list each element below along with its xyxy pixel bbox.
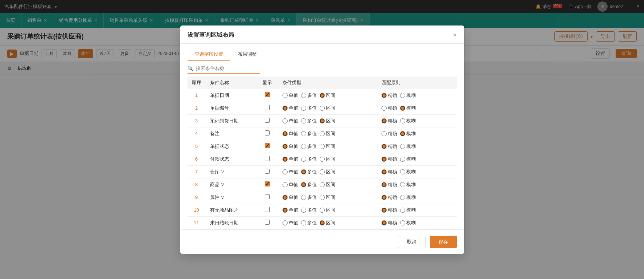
match-fuzzy-radio-5[interactable] (400, 157, 405, 162)
match-fuzzy-label-7[interactable]: 模糊 (400, 181, 416, 188)
tab-query-fields[interactable]: 查询字段设置 (187, 48, 230, 61)
row-display-10[interactable] (256, 216, 278, 229)
type-multi-label-9[interactable]: 多值 (301, 207, 317, 213)
match-exact-label-4[interactable]: 精确 (382, 143, 397, 150)
row-display-2[interactable] (256, 114, 278, 127)
display-checkbox-0[interactable] (265, 92, 270, 97)
type-multi-radio-4[interactable] (301, 144, 306, 149)
match-fuzzy-label-4[interactable]: 模糊 (400, 143, 416, 150)
match-fuzzy-radio-10[interactable] (400, 220, 405, 225)
type-multi-label-4[interactable]: 多值 (301, 143, 317, 150)
type-multi-label-5[interactable]: 多值 (301, 156, 317, 162)
type-single-label-10[interactable]: 单值 (283, 220, 298, 226)
row-display-9[interactable] (256, 204, 278, 216)
type-range-label-2[interactable]: 区间 (320, 118, 335, 124)
row-display-3[interactable] (256, 127, 278, 140)
display-checkbox-4[interactable] (265, 143, 270, 148)
type-range-radio-5[interactable] (320, 157, 325, 162)
type-single-radio-5[interactable] (283, 157, 288, 162)
type-multi-radio-5[interactable] (301, 157, 306, 162)
match-exact-radio-1[interactable] (382, 106, 387, 111)
match-fuzzy-label-5[interactable]: 模糊 (400, 156, 416, 162)
match-fuzzy-label-10[interactable]: 模糊 (400, 220, 416, 226)
type-single-label-8[interactable]: 单值 (283, 194, 298, 201)
match-fuzzy-label-1[interactable]: 模糊 (400, 105, 416, 111)
type-multi-radio-7[interactable] (301, 182, 306, 187)
match-fuzzy-radio-0[interactable] (400, 93, 405, 98)
type-multi-radio-2[interactable] (301, 118, 306, 123)
type-single-radio-1[interactable] (283, 106, 288, 111)
type-single-radio-9[interactable] (283, 208, 288, 213)
match-fuzzy-radio-7[interactable] (400, 182, 405, 187)
match-exact-radio-8[interactable] (382, 195, 387, 200)
match-fuzzy-radio-9[interactable] (400, 208, 405, 213)
match-exact-radio-7[interactable] (382, 182, 387, 187)
display-checkbox-7[interactable] (265, 181, 270, 186)
type-single-label-2[interactable]: 单值 (283, 118, 298, 124)
type-range-radio-4[interactable] (320, 144, 325, 149)
match-exact-label-10[interactable]: 精确 (382, 220, 397, 226)
type-range-label-9[interactable]: 区间 (320, 207, 335, 213)
type-range-radio-1[interactable] (320, 106, 325, 111)
type-range-label-10[interactable]: 区间 (320, 220, 335, 226)
type-single-radio-3[interactable] (283, 131, 288, 136)
type-single-label-5[interactable]: 单值 (283, 156, 298, 162)
type-range-radio-9[interactable] (320, 208, 325, 213)
type-range-label-3[interactable]: 区间 (320, 130, 335, 137)
display-checkbox-10[interactable] (265, 220, 270, 225)
match-exact-radio-0[interactable] (382, 93, 387, 98)
type-range-label-0[interactable]: 区间 (320, 92, 335, 99)
type-multi-label-0[interactable]: 多值 (301, 92, 317, 99)
row-display-1[interactable] (256, 102, 278, 114)
match-fuzzy-label-8[interactable]: 模糊 (400, 194, 416, 201)
type-multi-label-2[interactable]: 多值 (301, 118, 317, 124)
type-single-label-9[interactable]: 单值 (283, 207, 298, 213)
match-exact-radio-5[interactable] (382, 157, 387, 162)
match-fuzzy-radio-3[interactable] (400, 131, 405, 136)
match-exact-radio-4[interactable] (382, 144, 387, 149)
type-multi-radio-1[interactable] (301, 106, 306, 111)
type-range-radio-8[interactable] (320, 195, 325, 200)
match-exact-label-3[interactable]: 精确 (382, 130, 397, 137)
match-fuzzy-radio-4[interactable] (400, 144, 405, 149)
type-multi-radio-9[interactable] (301, 208, 306, 213)
cancel-button[interactable]: 取消 (398, 236, 426, 248)
match-exact-radio-6[interactable] (382, 169, 387, 174)
row-display-8[interactable] (256, 191, 278, 204)
type-single-radio-6[interactable] (283, 169, 288, 174)
match-exact-radio-10[interactable] (382, 220, 387, 225)
save-button[interactable]: 保存 (430, 236, 457, 248)
row-display-4[interactable] (256, 140, 278, 153)
type-single-label-6[interactable]: 单值 (283, 169, 298, 175)
type-range-label-1[interactable]: 区间 (320, 105, 335, 111)
display-checkbox-6[interactable] (265, 169, 270, 174)
type-multi-radio-10[interactable] (301, 220, 306, 225)
match-fuzzy-radio-2[interactable] (400, 118, 405, 123)
type-single-radio-2[interactable] (283, 118, 288, 123)
match-exact-label-5[interactable]: 精确 (382, 156, 397, 162)
match-exact-label-6[interactable]: 精确 (382, 169, 397, 175)
type-range-label-5[interactable]: 区间 (320, 156, 335, 162)
type-range-label-6[interactable]: 区间 (320, 169, 335, 175)
type-single-label-4[interactable]: 单值 (283, 143, 298, 150)
type-multi-radio-6[interactable] (301, 169, 306, 174)
display-checkbox-5[interactable] (265, 156, 270, 161)
match-fuzzy-label-0[interactable]: 模糊 (400, 92, 416, 99)
type-single-radio-8[interactable] (283, 195, 288, 200)
type-single-label-1[interactable]: 单值 (283, 105, 298, 111)
match-fuzzy-label-6[interactable]: 模糊 (400, 169, 416, 175)
match-exact-radio-9[interactable] (382, 208, 387, 213)
tab-layout-adjust[interactable]: 布局调整 (230, 48, 264, 61)
type-multi-label-7[interactable]: 多值 (301, 181, 317, 188)
type-multi-label-3[interactable]: 多值 (301, 130, 317, 137)
type-range-radio-3[interactable] (320, 131, 325, 136)
dialog-close-button[interactable]: × (453, 31, 457, 39)
match-exact-label-9[interactable]: 精确 (382, 207, 397, 213)
type-single-radio-4[interactable] (283, 144, 288, 149)
type-single-radio-7[interactable] (283, 182, 288, 187)
match-exact-label-2[interactable]: 精确 (382, 118, 397, 124)
match-exact-label-7[interactable]: 精确 (382, 181, 397, 188)
type-range-radio-0[interactable] (320, 93, 325, 98)
type-multi-label-6[interactable]: 多值 (301, 169, 317, 175)
type-single-radio-0[interactable] (283, 93, 288, 98)
